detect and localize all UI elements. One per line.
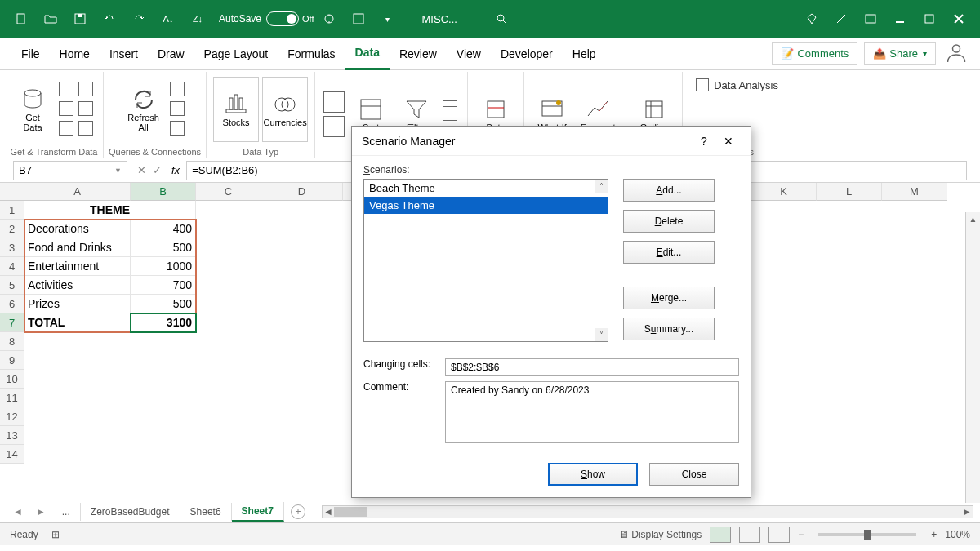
scroll-right-icon[interactable]: ►	[961, 506, 973, 518]
tab-home[interactable]: Home	[50, 38, 100, 70]
sheet-nav-next-icon[interactable]: ►	[29, 506, 52, 518]
view-pagelayout-icon[interactable]	[739, 527, 760, 543]
dialog-close-icon[interactable]: ✕	[716, 135, 741, 148]
sheet-tab-zerobudget[interactable]: ZeroBasedBudget	[81, 503, 180, 521]
cell-b2[interactable]: 400	[131, 220, 196, 238]
vertical-scrollbar[interactable]: ▲	[965, 212, 980, 503]
sort-desc-icon[interactable]: Z↓	[186, 7, 209, 30]
edit-button[interactable]: Edit...	[623, 241, 715, 264]
show-button[interactable]: Show	[548, 463, 638, 486]
rowhead[interactable]: 10	[0, 370, 24, 389]
tab-developer[interactable]: Developer	[491, 38, 563, 70]
fx-icon[interactable]: fx	[172, 164, 180, 176]
from-web-icon[interactable]	[78, 82, 93, 96]
summary-button[interactable]: Summary...	[623, 318, 715, 340]
tab-help[interactable]: Help	[563, 38, 606, 70]
cell-a3[interactable]: Food and Drinks	[24, 238, 131, 257]
zoom-slider[interactable]	[818, 533, 916, 536]
share-button[interactable]: 📤 Share ▾	[864, 42, 936, 65]
recent-sources-icon[interactable]	[78, 101, 93, 116]
open-icon[interactable]	[39, 7, 62, 30]
rowhead[interactable]: 8	[0, 332, 24, 351]
scenario-item-beach[interactable]: Beach Theme	[364, 180, 608, 197]
colhead-k[interactable]: K	[751, 183, 817, 201]
properties-icon[interactable]	[170, 101, 185, 116]
merge-button[interactable]: Merge...	[623, 287, 715, 309]
window-icon[interactable]	[859, 7, 882, 30]
from-pic-icon[interactable]	[78, 121, 93, 136]
cell-b6[interactable]: 500	[131, 295, 196, 313]
existing-conn-icon[interactable]	[59, 121, 74, 136]
new-icon[interactable]	[10, 7, 33, 30]
scroll-thumb[interactable]	[334, 507, 367, 517]
close-button[interactable]: Close	[649, 463, 739, 486]
accessibility-icon[interactable]: ⊞	[51, 529, 60, 540]
get-data-button[interactable]: Get Data	[10, 77, 56, 142]
sync-icon[interactable]	[318, 7, 341, 30]
tab-draw[interactable]: Draw	[148, 38, 194, 70]
edit-links-icon[interactable]	[170, 121, 185, 136]
save-icon[interactable]	[69, 7, 91, 30]
comments-button[interactable]: 📝 Comments	[772, 42, 858, 65]
stocks-button[interactable]: Stocks	[213, 77, 259, 142]
sheet-tab-sheet6[interactable]: Sheet6	[180, 503, 232, 521]
scroll-up-icon[interactable]: ▲	[966, 212, 980, 225]
add-sheet-icon[interactable]: +	[291, 504, 305, 519]
undo-icon[interactable]	[98, 7, 121, 30]
queries-icon[interactable]	[170, 82, 185, 96]
tab-review[interactable]: Review	[390, 38, 447, 70]
rowhead[interactable]: 2	[0, 220, 24, 238]
add-button[interactable]: Add...	[623, 179, 715, 202]
cancel-formula-icon[interactable]: ✕	[137, 164, 146, 176]
currencies-button[interactable]: Currencies	[262, 77, 308, 142]
rowhead[interactable]: 14	[0, 445, 24, 464]
rowhead[interactable]: 4	[0, 257, 24, 276]
rowhead[interactable]: 7	[0, 313, 24, 332]
minimize-icon[interactable]	[889, 7, 911, 30]
rowhead[interactable]: 3	[0, 238, 24, 257]
scenario-item-vegas[interactable]: Vegas Theme	[364, 197, 608, 214]
name-box[interactable]: B7▼	[13, 161, 127, 180]
rowhead[interactable]: 6	[0, 295, 24, 313]
colhead-c[interactable]: C	[196, 183, 261, 201]
cell-a4[interactable]: Entertainment	[24, 257, 131, 276]
list-scroll-down-icon[interactable]: ˅	[595, 328, 608, 341]
from-table-icon[interactable]	[59, 101, 74, 116]
data-analysis-button[interactable]: Data Analysis	[688, 75, 786, 95]
scroll-left-icon[interactable]: ◄	[323, 506, 334, 518]
tab-file[interactable]: File	[11, 38, 50, 70]
delete-button[interactable]: Delete	[623, 210, 715, 233]
rowhead[interactable]: 11	[0, 389, 24, 407]
save-qa-icon[interactable]	[347, 7, 370, 30]
colhead-a[interactable]: A	[24, 183, 131, 201]
more-qa-icon[interactable]: ▾	[376, 7, 399, 30]
cell-a1[interactable]: THEME	[24, 201, 196, 220]
autosave-toggle[interactable]: AutoSave Off	[219, 11, 314, 26]
display-settings-button[interactable]: 🖥 Display Settings	[619, 529, 702, 540]
sort-asc-icon[interactable]: A↓	[157, 7, 180, 30]
sheet-tab-sheet7[interactable]: Sheet7	[232, 502, 284, 522]
view-normal-icon[interactable]	[710, 527, 731, 543]
list-scroll-up-icon[interactable]: ˄	[595, 180, 608, 193]
refresh-all-button[interactable]: Refresh All	[121, 77, 167, 142]
colhead-l[interactable]: L	[817, 183, 882, 201]
select-all-corner[interactable]	[0, 183, 24, 201]
tab-formulas[interactable]: Formulas	[278, 38, 345, 70]
toggle-icon[interactable]	[266, 11, 299, 26]
colhead-m[interactable]: M	[882, 183, 947, 201]
from-text-icon[interactable]	[59, 82, 74, 96]
reapply-icon[interactable]	[443, 106, 457, 121]
tab-pagelayout[interactable]: Page Layout	[194, 38, 278, 70]
rowhead[interactable]: 9	[0, 351, 24, 370]
cell-a2[interactable]: Decorations	[24, 220, 131, 238]
cell-a7[interactable]: TOTAL	[24, 313, 131, 332]
user-icon[interactable]	[944, 40, 969, 67]
zoom-out-icon[interactable]: −	[798, 529, 804, 540]
dialog-help-icon[interactable]: ?	[692, 135, 716, 148]
enter-formula-icon[interactable]: ✓	[153, 164, 162, 176]
colhead-b[interactable]: B	[131, 183, 196, 201]
zoom-in-icon[interactable]: +	[931, 529, 937, 540]
clear-filter-icon[interactable]	[443, 87, 457, 101]
tab-view[interactable]: View	[447, 38, 491, 70]
tab-data[interactable]: Data	[345, 38, 390, 70]
